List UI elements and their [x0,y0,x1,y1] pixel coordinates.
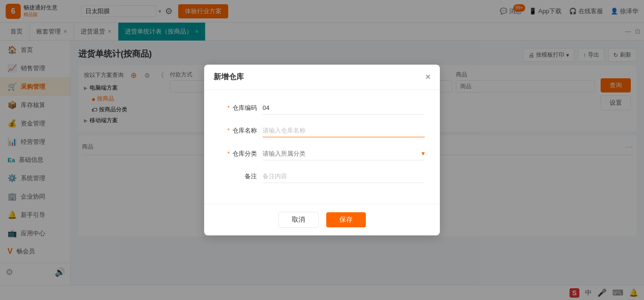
modal-new-warehouse: 新增仓库 × * 仓库编码 * 仓库名称 [204,65,440,235]
required-star-code: * [227,104,230,111]
modal-close-btn[interactable]: × [425,72,430,82]
form-row-code: * 仓库编码 [219,101,425,115]
notes-label: 备注 [219,172,257,181]
form-row-name: * 仓库名称 [219,124,425,137]
warehouse-category-label: * 仓库分类 [219,150,257,158]
form-row-notes: 备注 [219,170,425,183]
warehouse-name-input[interactable] [263,124,425,137]
warehouse-code-input[interactable] [263,101,425,115]
required-star-name: * [227,127,230,134]
warehouse-code-label: * 仓库编码 [219,104,257,112]
required-star-category: * [227,150,230,157]
warehouse-category-select-row[interactable]: ▾ [263,147,425,160]
cancel-btn[interactable]: 取消 [278,212,319,228]
category-dropdown-arrow: ▾ [421,150,425,157]
modal-title: 新增仓库 [214,72,244,82]
modal-footer: 取消 保存 [204,204,440,235]
modal-overlay[interactable]: 新增仓库 × * 仓库编码 * 仓库名称 [0,0,644,300]
form-row-category: * 仓库分类 ▾ [219,147,425,160]
warehouse-name-label: * 仓库名称 [219,126,257,135]
modal-body: * 仓库编码 * 仓库名称 * 仓库分类 [204,90,440,204]
save-btn[interactable]: 保存 [326,212,366,227]
warehouse-category-input[interactable] [263,150,421,157]
modal-header: 新增仓库 × [204,65,440,90]
notes-input[interactable] [263,170,425,183]
